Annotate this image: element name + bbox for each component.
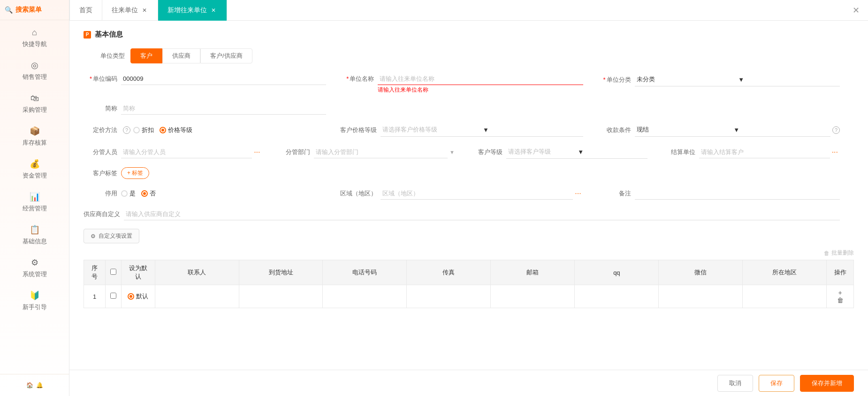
tab-label-trade-units: 往来单位: [112, 6, 138, 15]
radio-price-level: [160, 127, 166, 133]
tab-new-trade-unit[interactable]: 新增往来单位✕: [158, 0, 227, 21]
address-input[interactable]: [244, 293, 318, 300]
sidebar-item-guide[interactable]: 🔰新手引导: [0, 283, 69, 316]
tab-label-home: 首页: [79, 6, 92, 15]
unit-type-customer-button[interactable]: 客户: [130, 48, 162, 63]
sidebar-item-sales[interactable]: ◎销售管理: [0, 53, 69, 86]
supplier-custom-field: 供应商自定义: [84, 208, 840, 220]
chevron-down-icon-level: ▼: [578, 148, 645, 155]
pricing-price-level-option[interactable]: 价格等级: [160, 126, 192, 134]
save-new-button[interactable]: 保存并新增: [800, 375, 854, 392]
qq-input[interactable]: [579, 293, 654, 300]
supplier-custom-input[interactable]: [124, 208, 840, 220]
sidebar-item-label: 资金管理: [23, 171, 47, 180]
sidebar: 🔍 搜索菜单 ⌂快捷导航◎销售管理🛍采购管理📦库存核算💰资金管理📊经营管理📋基础…: [0, 0, 69, 396]
disable-no-option[interactable]: 否: [141, 189, 156, 198]
form-row-6: 停用 是 否 区域（地区） ··· 备注: [84, 187, 854, 200]
sidebar-bottom-item[interactable]: 🏠 🔔: [0, 378, 69, 392]
add-tag-button[interactable]: + 标签: [121, 167, 149, 179]
customer-level-label: 客户等级: [469, 148, 506, 156]
delete-row-icon[interactable]: 🗑: [837, 296, 844, 304]
sidebar-item-system[interactable]: ⚙系统管理: [0, 250, 69, 283]
manager-more-icon[interactable]: ···: [252, 148, 262, 156]
sidebar-item-purchase[interactable]: 🛍采购管理: [0, 86, 69, 119]
wechat-input[interactable]: [663, 293, 738, 300]
custom-settings-label: 自定义项设置: [99, 232, 132, 240]
unit-type-row: 单位类型 客户 供应商 客户/供应商: [84, 48, 854, 63]
unit-type-both-button[interactable]: 客户/供应商: [200, 48, 252, 63]
remarks-input[interactable]: [635, 187, 840, 200]
table-cell-fax[interactable]: [407, 285, 491, 308]
table-cell-phone[interactable]: [323, 285, 407, 308]
sidebar-item-inventory[interactable]: 📦库存核算: [0, 119, 69, 152]
table-cell-email[interactable]: [491, 285, 575, 308]
unit-type-supplier-button[interactable]: 供应商: [162, 48, 200, 63]
unit-category-select[interactable]: 未分类 ▼: [635, 73, 840, 86]
pricing-price-level-label: 价格等级: [168, 126, 192, 134]
help-icon-payment[interactable]: ?: [832, 126, 840, 134]
form-row-3: 定价方法 ? 折扣 价格等级 客户价格等级 请选择客户价格等级: [84, 123, 854, 137]
default-radio[interactable]: 默认: [126, 292, 150, 301]
settlement-input[interactable]: [699, 146, 830, 158]
short-name-input[interactable]: [121, 102, 326, 115]
contact-input[interactable]: [160, 293, 234, 300]
tab-bar: 首页往来单位✕新增往来单位✕ ✕: [69, 0, 868, 21]
settlement-more-icon[interactable]: ···: [830, 148, 840, 156]
sidebar-item-quick-nav[interactable]: ⌂快捷导航: [0, 20, 69, 53]
table-cell-region[interactable]: [743, 285, 827, 308]
batch-delete-icon[interactable]: 🗑 批量删除: [824, 249, 854, 257]
table-cell-qq[interactable]: [575, 285, 659, 308]
manager-label: 分管人员: [84, 148, 121, 156]
tab-trade-units[interactable]: 往来单位✕: [102, 0, 158, 21]
table-cell-contact[interactable]: [155, 285, 239, 308]
help-icon-pricing[interactable]: ?: [123, 126, 130, 134]
fax-input[interactable]: [411, 293, 486, 300]
table-header-10: 所在地区: [743, 260, 827, 285]
manager-input[interactable]: [121, 146, 252, 158]
quick-nav-icon: ⌂: [29, 27, 40, 38]
payment-terms-label: 收款条件: [597, 126, 635, 134]
unit-name-input[interactable]: [378, 73, 583, 85]
cancel-button[interactable]: 取消: [717, 375, 753, 392]
disable-field: 停用 是 否: [84, 189, 326, 198]
sidebar-item-label: 经营管理: [23, 204, 47, 213]
close-main-button[interactable]: ✕: [849, 5, 863, 16]
region-input[interactable]: [381, 187, 573, 200]
sidebar-item-finance[interactable]: 💰资金管理: [0, 152, 69, 185]
gear-icon: ⚙: [91, 233, 96, 240]
region-more-icon[interactable]: ···: [573, 189, 583, 198]
sidebar-item-basic[interactable]: 📋基础信息: [0, 217, 69, 250]
sidebar-item-operations[interactable]: 📊经营管理: [0, 185, 69, 217]
table-cell-wechat[interactable]: [659, 285, 743, 308]
table-header-9: 微信: [659, 260, 743, 285]
phone-input[interactable]: [327, 293, 402, 300]
tab-close-new-trade-unit[interactable]: ✕: [210, 7, 217, 14]
table-cell-address[interactable]: [239, 285, 323, 308]
row-checkbox[interactable]: [110, 293, 116, 299]
disable-label: 停用: [84, 189, 121, 198]
table-header-6: 传真: [407, 260, 491, 285]
department-input[interactable]: [314, 146, 448, 158]
disable-yes-option[interactable]: 是: [121, 189, 136, 198]
region-table-input[interactable]: [747, 293, 822, 300]
table-cell-checkbox[interactable]: [106, 285, 122, 308]
table-header-11: 操作: [827, 260, 854, 285]
delete-icon: 🗑: [824, 250, 830, 256]
sidebar-search[interactable]: 🔍 搜索菜单: [0, 0, 69, 20]
email-input[interactable]: [495, 293, 570, 300]
save-button[interactable]: 保存: [759, 375, 794, 392]
pricing-discount-option[interactable]: 折扣: [133, 126, 154, 134]
select-all-checkbox[interactable]: [110, 269, 116, 275]
tab-close-trade-units[interactable]: ✕: [141, 7, 148, 14]
flag-icon: P: [84, 31, 91, 39]
sidebar-search-label: 搜索菜单: [15, 6, 42, 14]
unit-code-input[interactable]: [121, 73, 326, 85]
tab-home[interactable]: 首页: [69, 0, 102, 21]
sidebar-item-label: 基础信息: [23, 237, 47, 246]
customer-level-select[interactable]: 请选择客户等级 ▼: [506, 145, 647, 159]
custom-settings-button[interactable]: ⚙ 自定义项设置: [84, 229, 139, 243]
payment-terms-select[interactable]: 现结 ▼: [635, 123, 830, 137]
customer-price-level-select[interactable]: 请选择客户价格等级 ▼: [381, 123, 583, 137]
department-label: 分管部门: [276, 148, 314, 156]
add-row-icon[interactable]: +: [838, 289, 842, 296]
